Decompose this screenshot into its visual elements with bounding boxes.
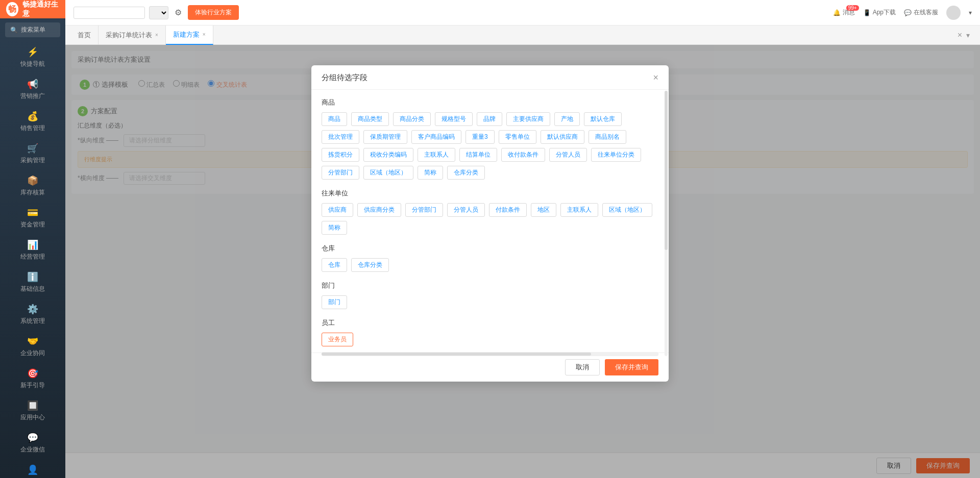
topbar-gear-icon[interactable]: ⚙ xyxy=(175,8,182,17)
field-tag[interactable]: 商品 xyxy=(322,112,347,126)
section-warehouse-fields: 仓库 仓库分类 xyxy=(322,258,658,272)
search-menu-label: 搜索菜单 xyxy=(21,26,45,34)
field-tag[interactable]: 规格型号 xyxy=(435,112,473,126)
search-menu-button[interactable]: 🔍 搜索菜单 xyxy=(5,22,60,37)
sidebar-label-marketing: 营销推广 xyxy=(20,92,45,100)
sidebar-item-collab[interactable]: 🤝 企业协同 xyxy=(0,331,65,363)
field-tag[interactable]: 区域（地区） xyxy=(602,203,652,217)
sidebar-item-purchase[interactable]: 🛒 采购管理 xyxy=(0,138,65,170)
notification-button[interactable]: 🔔 消息 99+ xyxy=(833,8,855,17)
field-tag[interactable]: 商品别名 xyxy=(589,130,626,144)
field-tag[interactable]: 批次管理 xyxy=(322,130,359,144)
field-tag-employee[interactable]: 业务员 xyxy=(322,333,353,346)
sidebar-label-purchase: 采购管理 xyxy=(20,156,45,165)
field-tag[interactable]: 客户商品编码 xyxy=(411,130,461,144)
field-tag[interactable]: 区域（地区） xyxy=(363,166,413,180)
experience-plan-button[interactable]: 体验行业方案 xyxy=(188,5,239,20)
field-tag[interactable]: 付款条件 xyxy=(489,203,527,217)
field-tag[interactable]: 品牌 xyxy=(477,112,502,126)
sidebar-item-sales[interactable]: 💰 销售管理 xyxy=(0,106,65,138)
user-menu-arrow[interactable]: ▾ xyxy=(969,9,972,16)
field-tag[interactable]: 分管部门 xyxy=(405,203,443,217)
sidebar-item-inventory[interactable]: 📦 库存核算 xyxy=(0,170,65,202)
field-tag[interactable]: 默认供应商 xyxy=(541,130,584,144)
sidebar-item-wechat[interactable]: 💬 企业微信 xyxy=(0,427,65,459)
section-employee: 员工 业务员 xyxy=(322,318,658,346)
field-tag[interactable]: 默认仓库 xyxy=(584,112,622,126)
field-tag[interactable]: 重量3 xyxy=(465,130,495,144)
scrollbar-thumb[interactable] xyxy=(665,91,668,250)
field-tag[interactable]: 分管部门 xyxy=(322,166,359,180)
field-tag[interactable]: 零售单位 xyxy=(499,130,536,144)
field-tag[interactable]: 地区 xyxy=(531,203,556,217)
sidebar-label-appcenter: 应用中心 xyxy=(20,413,45,422)
section-employee-fields: 业务员 xyxy=(322,333,658,346)
tab-purchase-stats[interactable]: 采购订单统计表 × xyxy=(99,26,166,45)
field-tag[interactable]: 商品分类 xyxy=(393,112,431,126)
sidebar-item-finance[interactable]: 💳 资金管理 xyxy=(0,202,65,234)
tab-new-plan-close[interactable]: × xyxy=(203,32,206,37)
system-icon: ⚙️ xyxy=(27,304,38,315)
field-tag[interactable]: 简称 xyxy=(418,166,443,180)
field-tag[interactable]: 分管人员 xyxy=(447,203,485,217)
field-tag[interactable]: 主联系人 xyxy=(560,203,598,217)
field-tag[interactable]: 拣货积分 xyxy=(322,148,359,162)
tab-purchase-stats-close[interactable]: × xyxy=(155,32,158,38)
field-tag[interactable]: 主要供应商 xyxy=(506,112,550,126)
field-tag[interactable]: 税收分类编码 xyxy=(363,148,413,162)
tabbar-close-all-icon[interactable]: × xyxy=(958,31,962,40)
topbar-search-area xyxy=(74,6,168,19)
sidebar-item-operations[interactable]: 📊 经营管理 xyxy=(0,234,65,266)
operations-icon: 📊 xyxy=(27,239,38,250)
field-tag[interactable]: 保质期管理 xyxy=(363,130,407,144)
field-tag[interactable]: 仓库分类 xyxy=(351,258,389,272)
modal-header: 分组待选字段 × xyxy=(311,65,669,90)
field-tag[interactable]: 分管人员 xyxy=(549,148,587,162)
section-department-title: 部门 xyxy=(322,281,658,290)
sidebar-item-quick-nav[interactable]: ⚡ 快捷导航 xyxy=(0,41,65,73)
tabbar-menu-icon[interactable]: ▾ xyxy=(966,31,970,39)
sidebar-label-collab: 企业协同 xyxy=(20,349,45,358)
app-download-button[interactable]: 📱 App下载 xyxy=(863,8,896,17)
online-service-button[interactable]: 💬 在线客服 xyxy=(904,8,938,17)
scrollbar-track[interactable] xyxy=(665,91,668,356)
modal-cancel-button[interactable]: 取消 xyxy=(565,359,600,375)
sidebar-label-system: 系统管理 xyxy=(20,317,45,325)
modal-close-button[interactable]: × xyxy=(653,72,658,83)
sidebar-item-newbie[interactable]: 🎯 新手引导 xyxy=(0,363,65,395)
field-tag[interactable]: 产地 xyxy=(554,112,580,126)
sidebar-search-area[interactable]: 🔍 搜索菜单 xyxy=(0,18,65,41)
sidebar-item-basic[interactable]: ℹ️ 基础信息 xyxy=(0,266,65,298)
field-tag[interactable]: 供应商 xyxy=(322,203,353,217)
section-partner-fields: 供应商 供应商分类 分管部门 分管人员 付款条件 地区 主联系人 区域（地区） … xyxy=(322,203,658,235)
modal-confirm-button[interactable]: 保存并查询 xyxy=(605,359,658,375)
app-logo: 畅 畅捷通好生意 xyxy=(0,0,65,18)
field-tag[interactable]: 商品类型 xyxy=(351,112,389,126)
field-tag[interactable]: 简称 xyxy=(322,221,347,235)
field-tag[interactable]: 供应商分类 xyxy=(357,203,401,217)
field-tag[interactable]: 仓库分类 xyxy=(447,166,485,180)
field-tag[interactable]: 部门 xyxy=(322,295,347,309)
field-tag[interactable]: 仓库 xyxy=(322,258,347,272)
topbar-search-input[interactable] xyxy=(74,7,145,19)
field-tag[interactable]: 往来单位分类 xyxy=(591,148,641,162)
user-avatar[interactable] xyxy=(946,6,961,20)
field-tag[interactable]: 收付款条件 xyxy=(501,148,545,162)
sidebar-item-marketing[interactable]: 📢 营销推广 xyxy=(0,73,65,106)
field-tag[interactable]: 结算单位 xyxy=(459,148,497,162)
modal-body[interactable]: 商品 商品 商品类型 商品分类 规格型号 品牌 主要供应商 产地 默认仓库 批次… xyxy=(311,90,669,353)
tabbar: 首页 采购订单统计表 × 新建方案 × × ▾ xyxy=(65,26,980,45)
field-tag[interactable]: 主联系人 xyxy=(418,148,455,162)
sidebar-item-appcenter[interactable]: 🔲 应用中心 xyxy=(0,395,65,427)
topbar-category-select[interactable] xyxy=(149,6,168,19)
sidebar-item-system[interactable]: ⚙️ 系统管理 xyxy=(0,298,65,331)
horizontal-scrollbar-thumb[interactable] xyxy=(322,353,591,356)
sidebar-label-quick-nav: 快捷导航 xyxy=(20,60,45,68)
tab-new-plan[interactable]: 新建方案 × xyxy=(166,26,213,45)
horizontal-scrollbar[interactable] xyxy=(322,352,658,356)
sidebar-item-member[interactable]: 👤 畅会员 xyxy=(0,459,65,478)
tab-home[interactable]: 首页 xyxy=(70,26,99,45)
section-department-fields: 部门 xyxy=(322,295,658,309)
tabbar-right-controls: × ▾ xyxy=(952,31,975,40)
section-product: 商品 商品 商品类型 商品分类 规格型号 品牌 主要供应商 产地 默认仓库 批次… xyxy=(322,98,658,180)
